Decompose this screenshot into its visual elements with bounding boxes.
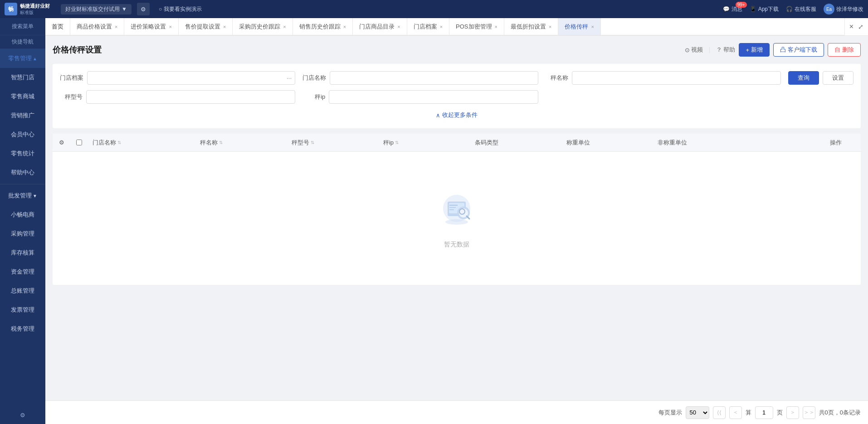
sidebar-item-label: 资金管理 [11,268,34,276]
last-page-button[interactable]: ＞＞ [803,406,815,419]
form-item-scale-name: 秤名称 [546,71,781,85]
help-link[interactable]: ？ 帮助 [716,46,735,54]
sort-icon: ⇅ [219,140,223,145]
tab-close-icon[interactable]: × [495,24,497,29]
scale-name-input[interactable] [572,71,781,85]
tab-store-catalog[interactable]: 门店商品目录 × [353,18,407,35]
scale-ip-input[interactable] [329,90,538,104]
sidebar-item-retail-mgmt[interactable]: 零售管理 ▲ [0,49,45,68]
sidebar-nav[interactable]: 快捷导航 [0,35,45,49]
collapse-bar[interactable]: ∧ 收起更多条件 [60,109,853,121]
sidebar-settings-button[interactable]: ⚙ [0,406,45,424]
tab-home[interactable]: 首页 [45,18,70,35]
svg-point-1 [445,219,468,225]
th-checkbox[interactable] [71,140,87,145]
tab-close-icon[interactable]: × [115,24,117,29]
sidebar-item-marketing[interactable]: 营销推广 [0,106,45,125]
tab-close-icon[interactable]: × [343,24,346,29]
tab-pos-mgmt[interactable]: POS加密管理 × [449,18,504,35]
prev-page-button[interactable]: ＜ [729,406,742,419]
th-scale-model[interactable]: 秤型号 ⇅ [286,139,378,147]
video-label: 视频 [691,46,703,54]
table-header: ⚙ 门店名称 ⇅ 秤名称 ⇅ 秤型号 [53,134,861,152]
sidebar-item-help-center[interactable]: 帮助中心 [0,163,45,182]
tab-close-icon[interactable]: × [549,24,551,29]
empty-illustration [434,188,479,233]
delete-button[interactable]: 自 删除 [828,43,861,57]
th-settings[interactable]: ⚙ [53,139,71,146]
tab-close-icon[interactable]: × [591,24,594,29]
app-download-button[interactable]: 📱 App下载 [750,5,779,13]
message-button[interactable]: 💬 消息 99+ [723,5,742,13]
content-area: 首页 商品价格设置 × 进价策略设置 × 售价提取设置 × [45,18,868,424]
tab-close-icon[interactable]: × [169,24,171,29]
settings-search-button[interactable]: 设置 [823,71,853,85]
tab-sale-price[interactable]: 售价提取设置 × [179,18,233,35]
form-item-scale-model: 秤型号 [60,90,295,104]
th-scale-ip[interactable]: 秤ip ⇅ [378,139,469,147]
tab-sale-history[interactable]: 销售历史价跟踪 × [293,18,353,35]
demo-button[interactable]: ○ 我要看实例演示 [159,5,202,13]
next-page-button[interactable]: ＞ [786,406,799,419]
page-size-select[interactable]: 10 20 50 100 [686,406,709,419]
settings-button[interactable]: ⚙ [137,3,150,15]
sidebar-item-retail-mall[interactable]: 零售商城 [0,87,45,106]
tab-close-icon[interactable]: × [223,24,226,29]
page-title: 价格传秤设置 [53,44,102,55]
page-input[interactable] [755,406,773,419]
plus-icon: + [746,47,749,53]
th-scale-name[interactable]: 秤名称 ⇅ [195,139,286,147]
tab-min-discount[interactable]: 最低折扣设置 × [504,18,558,35]
th-action: 操作 [824,139,861,147]
more-icon[interactable]: ··· [287,74,292,82]
collapse-label: 收起更多条件 [442,111,478,119]
tab-close-icon[interactable]: × [397,24,400,29]
sidebar-item-smart-store[interactable]: 智慧门店 [0,68,45,87]
sidebar-search[interactable]: 搜索菜单 [0,18,45,35]
select-all-checkbox[interactable] [76,140,82,145]
store-name-input[interactable] [330,71,538,85]
sidebar-item-purchase-mgmt[interactable]: 采购管理 [0,224,45,243]
delete-label: 删除 [842,46,854,54]
sidebar-item-inventory[interactable]: 库存核算 [0,243,45,262]
user-avatar: Ea [824,4,834,14]
sidebar-item-label: 小畅电商 [11,211,34,219]
tab-commodity-price[interactable]: 商品价格设置 × [70,18,124,35]
search-buttons: 查询 设置 [788,71,853,85]
first-page-button[interactable]: ⟨⟨ [713,406,726,419]
sidebar-item-retail-stats[interactable]: 零售统计 [0,144,45,163]
add-button[interactable]: + 新增 [739,43,770,57]
video-link[interactable]: ⊙ 视频 [685,46,703,54]
env-selector[interactable]: 好业财标准版交付试用 ▼ [61,4,132,14]
download-client-button[interactable]: 凸 客户端下载 [773,43,824,57]
help-icon: ？ [716,46,722,54]
pagination-bar: 每页显示 10 20 50 100 ⟨⟨ ＜ 算 页 ＞ ＞＞ 共0页，0条记录 [45,400,868,424]
sidebar-item-tax-mgmt[interactable]: 税务管理 [0,319,45,338]
tab-close-all-icon[interactable]: × [849,23,853,31]
tab-expand-icon[interactable]: ⤢ [858,23,863,30]
tab-close-icon[interactable]: × [283,24,286,29]
tab-close-icon[interactable]: × [440,24,443,29]
sidebar-item-label: 零售商城 [11,92,34,101]
sidebar-item-capital-mgmt[interactable]: 资金管理 [0,262,45,281]
query-button[interactable]: 查询 [788,71,819,85]
user-menu[interactable]: Ea 徐泽华修改 [824,4,863,14]
tab-price-scale[interactable]: 价格传秤 × [558,18,600,35]
sidebar-item-invoice-mgmt[interactable]: 发票管理 [0,300,45,319]
tab-store-file[interactable]: 门店档案 × [407,18,449,35]
header-left: 畅 畅捷通好业财 标准版 好业财标准版交付试用 ▼ ⚙ ○ 我要看实例演示 [5,3,202,15]
app-icon: 📱 [750,6,756,12]
tab-purchase-strategy[interactable]: 进价策略设置 × [124,18,178,35]
main-area: 搜索菜单 快捷导航 零售管理 ▲ 智慧门店 零售商城 营销推广 会员中心 零售统… [0,18,868,424]
sidebar-item-general-ledger[interactable]: 总账管理 [0,281,45,300]
th-label: 秤ip [383,139,394,147]
store-name-label: 门店名称 [302,74,326,82]
sidebar-item-xiaochu-ecom[interactable]: 小畅电商 [0,205,45,224]
online-service-button[interactable]: 🎧 在线客服 [786,5,816,13]
tab-purchase-history[interactable]: 采购历史价跟踪 × [233,18,293,35]
sidebar-item-wholesale-mgmt[interactable]: 批发管理 ▼ [0,186,45,205]
sidebar-item-member-center[interactable]: 会员中心 [0,125,45,144]
store-file-input[interactable] [87,71,295,85]
th-store-name[interactable]: 门店名称 ⇅ [87,139,195,147]
scale-model-input[interactable] [86,90,295,104]
